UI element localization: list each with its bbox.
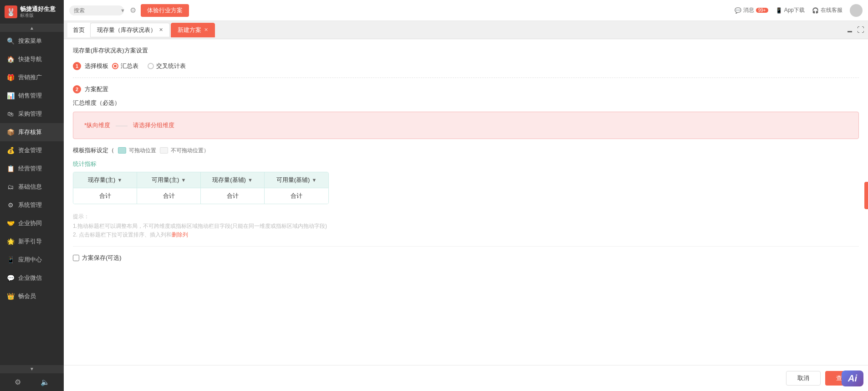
delete-col-link[interactable]: 删除列 bbox=[172, 232, 188, 238]
stats-col-2[interactable]: 现存量(基辅) ▼ bbox=[201, 172, 265, 188]
topbar: ▼ ⚙ 体验行业方案 💬 消息 99+ 📱 App下载 🎧 在线客服 bbox=[64, 0, 868, 21]
right-scroll-handle[interactable] bbox=[864, 182, 868, 209]
tab-new-plan[interactable]: 新建方案 ✕ bbox=[171, 23, 215, 37]
tab-expand-button[interactable]: ⛶ bbox=[857, 26, 864, 34]
sidebar-item-system[interactable]: ⚙ 系统管理 bbox=[0, 196, 64, 214]
tab-controls: 🗕 ⛶ bbox=[846, 26, 864, 34]
sidebar-item-label: 基础信息 bbox=[18, 183, 42, 191]
stats-col-0[interactable]: 现存量(主) ▼ bbox=[73, 172, 137, 188]
page-title: 现存量(库存状况表)方案设置 bbox=[73, 46, 859, 55]
radio-cross[interactable]: 交叉统计表 bbox=[148, 62, 186, 70]
tab-inventory-close-icon[interactable]: ✕ bbox=[159, 27, 163, 33]
indicators-label-area: 模板指标设定（ 可拖动位置 不可拖动位置） bbox=[73, 146, 859, 154]
sidebar-item-label: 销售管理 bbox=[18, 92, 42, 100]
dimension-placeholder: 请选择分组维度 bbox=[133, 121, 174, 129]
stats-cell-0-3: 合计 bbox=[265, 188, 328, 204]
dimension-required-label: *纵向维度 bbox=[84, 121, 110, 129]
sidebar-item-corp-coop[interactable]: 🤝 企业协同 bbox=[0, 214, 64, 232]
messages-button[interactable]: 💬 消息 99+ bbox=[735, 6, 768, 14]
tips-title: 提示： bbox=[73, 213, 859, 221]
sidebar-item-search-menu[interactable]: 🔍 搜索菜单 bbox=[0, 32, 64, 50]
stats-col-1[interactable]: 可用量(主) ▼ bbox=[137, 172, 201, 188]
tips-item-1: 1.拖动标题栏可以调整布局，不可跨维度或指标区域拖动栏目字段(只能在同一维度或指… bbox=[73, 222, 859, 230]
messages-badge: 99+ bbox=[756, 8, 768, 13]
sidebar-scroll-down[interactable]: ▼ bbox=[0, 365, 64, 373]
section2-number: 2 bbox=[73, 85, 81, 93]
section-plan-config: 2 方案配置 汇总维度（必选） *纵向维度 —— 请选择分组维度 模板指标设定（ bbox=[73, 85, 859, 239]
settings-gear-icon[interactable]: ⚙ bbox=[130, 6, 136, 15]
sidebar-item-label: 库存核算 bbox=[18, 128, 42, 136]
online-service-button[interactable]: 🎧 在线客服 bbox=[812, 6, 842, 14]
search-wrap: ▼ bbox=[69, 5, 125, 15]
user-avatar[interactable] bbox=[850, 4, 863, 17]
draggable-legend-box bbox=[118, 147, 126, 154]
sidebar-item-inventory[interactable]: 📦 库存核算 bbox=[0, 123, 64, 141]
sidebar-item-finance[interactable]: 💰 资金管理 bbox=[0, 141, 64, 159]
app-logo: 🐰 畅捷通好生意 标准版 bbox=[0, 0, 64, 24]
tabbar: 首页 现存量（库存状况表） ✕ 新建方案 ✕ 🗕 ⛶ bbox=[64, 21, 868, 39]
marketing-icon: 🎁 bbox=[6, 73, 15, 82]
online-service-label: 在线客服 bbox=[821, 6, 842, 14]
search-menu-icon: 🔍 bbox=[6, 37, 15, 45]
sidebar-item-membership[interactable]: 👑 畅会员 bbox=[0, 287, 64, 305]
tab-minimize-button[interactable]: 🗕 bbox=[846, 26, 853, 34]
content-area: 现存量(库存状况表)方案设置 1 选择模板 汇总表 交叉统计表 bbox=[64, 39, 868, 365]
sidebar-item-label: 系统管理 bbox=[18, 201, 42, 209]
content-inner: 现存量(库存状况表)方案设置 1 选择模板 汇总表 交叉统计表 bbox=[64, 39, 868, 365]
tips-item-2: 2. 点击标题栏下拉可设置排序、插入列和删除列 bbox=[73, 231, 859, 239]
tab-new-plan-close-icon[interactable]: ✕ bbox=[204, 27, 208, 33]
cancel-button[interactable]: 取消 bbox=[786, 371, 821, 386]
radio-summary[interactable]: 汇总表 bbox=[112, 62, 138, 70]
search-chevron-icon: ▼ bbox=[120, 8, 125, 13]
sidebar-scroll-up[interactable]: ▲ bbox=[0, 24, 64, 32]
stats-col-1-chevron-icon: ▼ bbox=[181, 177, 186, 183]
stats-cell-0-1: 合计 bbox=[137, 188, 201, 204]
save-checkbox[interactable] bbox=[73, 255, 79, 261]
ai-badge[interactable]: Ai bbox=[842, 370, 863, 386]
sidebar-item-label: 采购管理 bbox=[18, 110, 42, 118]
sidebar-item-label: 畅会员 bbox=[18, 292, 36, 300]
sales-icon: 📊 bbox=[6, 92, 15, 100]
sidebar-item-corp-wechat[interactable]: 💬 企业微信 bbox=[0, 269, 64, 287]
sidebar-item-operations[interactable]: 📋 经营管理 bbox=[0, 159, 64, 178]
dimension-area[interactable]: *纵向维度 —— 请选择分组维度 bbox=[73, 112, 859, 139]
tab-home[interactable]: 首页 bbox=[67, 23, 90, 37]
sidebar-item-sales[interactable]: 📊 销售管理 bbox=[0, 87, 64, 105]
search-input[interactable] bbox=[69, 5, 124, 15]
sidebar-item-basic-info[interactable]: 🗂 基础信息 bbox=[0, 178, 64, 196]
sidebar-item-newbie[interactable]: 🌟 新手引导 bbox=[0, 232, 64, 251]
stats-col-3[interactable]: 可用量(基辅) ▼ bbox=[265, 172, 328, 188]
stats-col-2-chevron-icon: ▼ bbox=[248, 177, 253, 183]
settings-icon[interactable]: ⚙ bbox=[15, 378, 21, 386]
home-tab-label: 首页 bbox=[73, 26, 85, 34]
stats-table: 现存量(主) ▼ 可用量(主) ▼ 现存量(基辅) ▼ 可用量(基辅) bbox=[73, 172, 329, 204]
sidebar-item-marketing[interactable]: 🎁 营销推广 bbox=[0, 68, 64, 87]
sidebar-item-quick-nav[interactable]: 🏠 快捷导航 bbox=[0, 50, 64, 68]
legend-draggable: 可拖动位置 bbox=[118, 147, 156, 154]
app-download-button[interactable]: 📱 App下载 bbox=[776, 6, 805, 14]
sidebar-item-purchase[interactable]: 🛍 采购管理 bbox=[0, 105, 64, 123]
corp-coop-icon: 🤝 bbox=[6, 219, 15, 227]
sidebar-item-label: 经营管理 bbox=[18, 165, 42, 173]
sidebar-item-label: 企业微信 bbox=[18, 274, 42, 282]
trial-button[interactable]: 体验行业方案 bbox=[141, 4, 189, 17]
section1-number: 1 bbox=[73, 62, 81, 70]
tab-inventory-status[interactable]: 现存量（库存状况表） ✕ bbox=[90, 23, 170, 37]
newbie-icon: 🌟 bbox=[6, 237, 15, 246]
tips-area: 提示： 1.拖动标题栏可以调整布局，不可跨维度或指标区域拖动栏目字段(只能在同一… bbox=[73, 213, 859, 239]
phone-icon: 📱 bbox=[776, 7, 782, 14]
stats-cell-0-0: 合计 bbox=[73, 188, 137, 204]
app-download-label: App下载 bbox=[784, 6, 805, 14]
draggable-legend-text: 可拖动位置 bbox=[129, 147, 156, 154]
main-area: ▼ ⚙ 体验行业方案 💬 消息 99+ 📱 App下载 🎧 在线客服 首页 bbox=[64, 0, 868, 391]
footer-bar: 取消 查询 bbox=[64, 365, 868, 391]
stats-col-1-label: 可用量(主) bbox=[152, 176, 179, 184]
new-plan-tab-label: 新建方案 bbox=[178, 26, 201, 34]
sidebar-item-label: 企业协同 bbox=[18, 219, 42, 227]
radio-summary-dot bbox=[112, 63, 118, 69]
radio-summary-label: 汇总表 bbox=[121, 62, 138, 70]
template-radio-group: 汇总表 交叉统计表 bbox=[112, 62, 186, 70]
indicators-label-text: 模板指标设定（ bbox=[73, 146, 114, 154]
sidebar-item-app-center[interactable]: 📱 应用中心 bbox=[0, 251, 64, 269]
sound-icon[interactable]: 🔈 bbox=[41, 378, 50, 386]
